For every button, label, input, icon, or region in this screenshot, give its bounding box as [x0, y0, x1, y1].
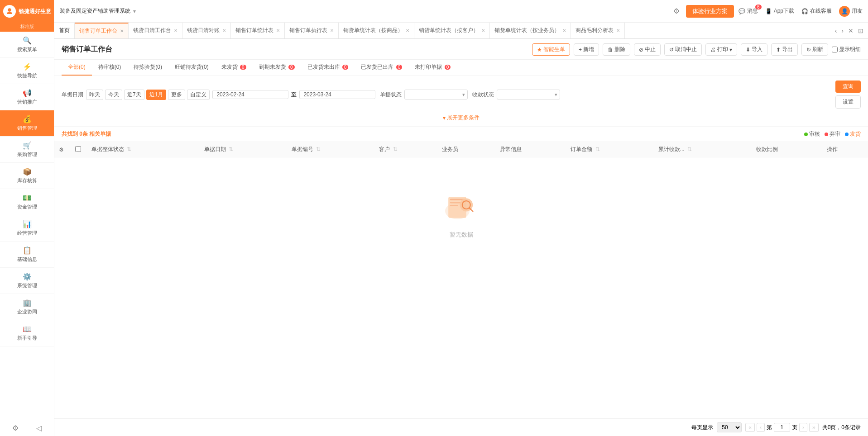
filter-receipt-select[interactable] [497, 90, 560, 100]
cancel-stop-btn[interactable]: ↺ 取消中止 [664, 43, 702, 56]
ai-generate-btn[interactable]: ★ 智能生单 [532, 43, 570, 56]
cancel-review-action-btn[interactable]: 弃审 [825, 130, 840, 138]
stop-btn[interactable]: ⊘ 中止 [634, 43, 661, 56]
topbar-message[interactable]: 💬 消息 6 [739, 7, 758, 15]
th-status[interactable]: 单据整体状态 ⇅ [87, 142, 200, 157]
add-btn[interactable]: + 新增 [574, 43, 599, 56]
tab-expand-btn[interactable]: ⊡ [856, 26, 865, 35]
next-page-btn[interactable]: › [799, 423, 807, 432]
subtab-wangpu[interactable]: 旺铺待发货(0) [168, 60, 215, 76]
subtab-not-printed[interactable]: 未打印单据 0 [408, 60, 457, 76]
tab-sale-stat-staff-close[interactable]: ✕ [562, 28, 566, 33]
topbar-user[interactable]: 👤 用友 [839, 6, 863, 17]
tab-order-exec-close[interactable]: ✕ [330, 28, 334, 33]
export-btn[interactable]: ⬆ 导出 [771, 43, 798, 56]
import-btn[interactable]: ⬇ 导入 [741, 43, 767, 56]
tab-order-stat[interactable]: 销售订单统计表 ✕ [231, 23, 285, 39]
tab-order-workspace-close[interactable]: ✕ [120, 28, 124, 33]
delete-btn[interactable]: 🗑 删除 [603, 43, 630, 56]
sidebar-item-guide[interactable]: 📖 新手引导 [0, 320, 54, 346]
tab-order-workspace[interactable]: 销售订单工作台 ✕ [75, 23, 129, 39]
print-btn[interactable]: 🖨 打印 ▾ [705, 43, 737, 56]
date-to-input[interactable] [299, 90, 375, 99]
th-collected[interactable]: 累计收款... ⇅ [654, 142, 752, 157]
refresh-btn[interactable]: ↻ 刷新 [801, 43, 828, 56]
tab-cash-reconcile-close[interactable]: ✕ [222, 28, 226, 33]
prev-page-btn[interactable]: ‹ [757, 423, 765, 432]
enterprise-icon: 🏢 [23, 299, 32, 307]
filter-status-select[interactable] [404, 90, 468, 100]
subtab-not-shipped[interactable]: 未发货 0 [215, 60, 253, 76]
th-customer[interactable]: 客户 ⇅ [374, 142, 437, 157]
tab-sale-stat-customer[interactable]: 销货单统计表（按客户） ✕ [414, 23, 490, 39]
th-staff[interactable]: 业务员 [437, 142, 495, 157]
sidebar-item-search[interactable]: 🔍 搜索菜单 [0, 32, 54, 58]
tab-sale-stat-product-close[interactable]: ✕ [406, 28, 409, 33]
tab-cash-daily-close[interactable]: ✕ [174, 28, 177, 33]
date-btn-today[interactable]: 今天 [105, 90, 122, 100]
th-checkbox[interactable] [71, 142, 87, 157]
th-amount[interactable]: 订单金额 ⇅ [566, 142, 653, 157]
sidebar-item-inventory[interactable]: 📦 库存核算 [0, 163, 54, 189]
expand-conditions-btn[interactable]: ▾ 展开更多条件 [443, 114, 480, 122]
sidebar-item-system[interactable]: ⚙️ 系统管理 [0, 268, 54, 294]
tab-scroll-right-btn[interactable]: › [839, 26, 845, 35]
th-number[interactable]: 单据编号 ⇅ [287, 142, 374, 157]
tab-sale-stat-product[interactable]: 销货单统计表（按商品） ✕ [339, 23, 414, 39]
subtab-shipped-stored[interactable]: 已发货已出库 0 [355, 60, 408, 76]
date-btn-more[interactable]: 更多 [168, 90, 185, 100]
ship-action-btn[interactable]: 发货 [845, 130, 861, 138]
set-btn[interactable]: 设置 [835, 95, 861, 109]
review-action-btn[interactable]: 审核 [804, 130, 820, 138]
tab-order-stat-close[interactable]: ✕ [276, 28, 280, 33]
collapse-bottom-btn[interactable]: ◁ [36, 424, 42, 432]
date-btn-7days[interactable]: 近7天 [124, 90, 144, 100]
tab-sale-stat-customer-close[interactable]: ✕ [481, 28, 485, 33]
sidebar-item-enterprise[interactable]: 🏢 企业协同 [0, 294, 54, 320]
th-settings[interactable]: ⚙ [54, 142, 71, 157]
subtab-pending-inspect[interactable]: 待拣验货(0) [127, 60, 168, 76]
select-all-checkbox[interactable] [75, 146, 81, 152]
th-operation[interactable]: 操作 [822, 142, 868, 157]
topbar-online-service[interactable]: 🎧 在线客服 [801, 7, 832, 15]
th-exception[interactable]: 异常信息 [495, 142, 566, 157]
sidebar-item-purchase[interactable]: 🛒 采购管理 [0, 137, 54, 163]
sidebar-item-baseinfo[interactable]: 📋 基础信息 [0, 242, 54, 268]
subtab-pending-review[interactable]: 待审核(0) [92, 60, 128, 76]
show-detail-checkbox[interactable]: 显示明细 [832, 46, 861, 53]
th-date[interactable]: 单据日期 ⇅ [200, 142, 287, 157]
page-size-select[interactable]: 50 100 [717, 422, 742, 432]
first-page-btn[interactable]: « [745, 423, 755, 432]
sidebar-item-quicknav[interactable]: ⚡ 快捷导航 [0, 58, 54, 84]
date-btn-yesterday[interactable]: 昨天 [86, 90, 103, 100]
guide-icon: 📖 [23, 325, 32, 333]
tab-cash-reconcile[interactable]: 钱货日清对账 ✕ [182, 23, 231, 39]
query-btn[interactable]: 查询 [835, 81, 861, 93]
th-ratio[interactable]: 收款比例 [752, 142, 822, 157]
tab-gross-profit[interactable]: 商品毛利分析表 ✕ [571, 23, 625, 39]
tab-scroll-left-btn[interactable]: ‹ [833, 26, 839, 35]
topbar-app-download[interactable]: 📱 App下载 [765, 7, 794, 15]
date-btn-custom[interactable]: 自定义 [187, 90, 210, 100]
tab-close-all-btn[interactable]: ✕ [846, 26, 855, 35]
sidebar-item-marketing[interactable]: 📢 营销推广 [0, 84, 54, 110]
show-detail-input[interactable] [832, 47, 838, 52]
topbar-gear-icon[interactable]: ⚙ [673, 7, 680, 15]
sidebar-item-operations[interactable]: 📊 经营管理 [0, 215, 54, 242]
trial-btn[interactable]: 体验行业方案 [686, 5, 734, 18]
subtab-expired-not-shipped[interactable]: 到期未发货 0 [253, 60, 301, 76]
tab-gross-profit-close[interactable]: ✕ [616, 28, 620, 33]
last-page-btn[interactable]: » [809, 423, 819, 432]
tab-sale-stat-staff[interactable]: 销货单统计表（按业务员） ✕ [490, 23, 571, 39]
tab-home[interactable]: 首页 [54, 23, 75, 39]
tab-cash-daily[interactable]: 钱货日清工作台 ✕ [129, 23, 182, 39]
page-number-input[interactable] [774, 423, 790, 432]
sidebar-item-finance[interactable]: 💵 资金管理 [0, 189, 54, 215]
settings-bottom-btn[interactable]: ⚙ [12, 424, 19, 432]
date-from-input[interactable] [212, 90, 288, 99]
sidebar-item-sales[interactable]: 💰 销售管理 [0, 110, 54, 137]
subtab-all[interactable]: 全部(0) [62, 60, 92, 76]
date-btn-1month[interactable]: 近1月 [146, 90, 167, 100]
tab-order-exec[interactable]: 销售订单执行表 ✕ [285, 23, 339, 39]
subtab-shipped-not-stored[interactable]: 已发货未出库 0 [301, 60, 355, 76]
